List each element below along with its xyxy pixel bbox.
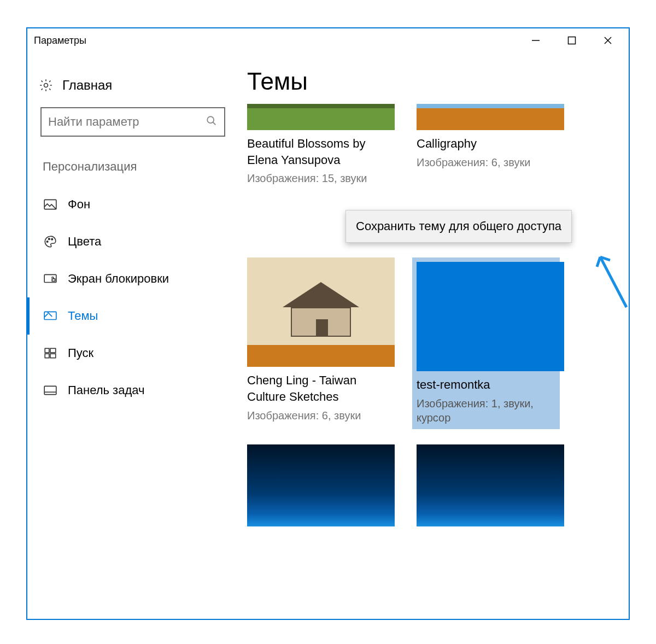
- theme-meta: Изображения: 6, звуки: [417, 155, 564, 169]
- search-box[interactable]: [40, 107, 225, 137]
- content-area: Темы Beautiful Blossoms by Elena Yansupo…: [236, 52, 629, 619]
- themes-icon: [43, 308, 58, 324]
- start-icon: [43, 346, 58, 361]
- theme-card-selected[interactable]: test-remontka Изображения: 1, звуки, кур…: [412, 257, 560, 429]
- theme-thumbnail: [247, 104, 395, 130]
- theme-meta: Изображения: 1, звуки, курсор: [417, 396, 555, 425]
- close-button[interactable]: [599, 32, 617, 49]
- theme-meta: Изображения: 15, звуки: [247, 171, 395, 185]
- theme-card[interactable]: Calligraphy Изображения: 6, звуки: [417, 104, 564, 185]
- svg-rect-12: [52, 279, 55, 281]
- sidebar-item-start[interactable]: Пуск: [36, 335, 230, 372]
- home-label: Главная: [62, 78, 112, 93]
- sidebar-item-label: Фон: [68, 197, 90, 212]
- svg-point-8: [46, 241, 48, 243]
- sidebar-item-label: Экран блокировки: [68, 272, 169, 286]
- context-menu-item-save-theme[interactable]: Сохранить тему для общего доступа: [356, 219, 561, 233]
- svg-point-4: [44, 84, 48, 87]
- svg-rect-18: [44, 386, 56, 394]
- picture-icon: [43, 197, 58, 212]
- sidebar-item-label: Темы: [68, 309, 98, 323]
- sidebar-item-label: Панель задач: [68, 383, 145, 397]
- sidebar-item-colors[interactable]: Цвета: [36, 223, 230, 260]
- titlebar: Параметры: [27, 28, 629, 52]
- theme-meta: Изображения: 6, звуки: [247, 408, 395, 423]
- theme-thumbnail: [417, 262, 564, 371]
- theme-thumbnail: [247, 444, 395, 526]
- svg-point-9: [49, 238, 50, 240]
- theme-thumbnail: [417, 104, 564, 130]
- svg-rect-15: [50, 348, 56, 353]
- theme-name: test-remontka: [417, 377, 555, 393]
- gear-icon: [38, 78, 54, 93]
- theme-card[interactable]: Cheng Ling - Taiwan Culture Sketches Изо…: [247, 257, 395, 425]
- svg-rect-16: [45, 354, 49, 358]
- svg-rect-1: [569, 37, 576, 44]
- theme-card[interactable]: [247, 444, 395, 526]
- maximize-button[interactable]: [563, 32, 581, 49]
- theme-name: Beautiful Blossoms by Elena Yansupova: [247, 136, 395, 168]
- page-title: Темы: [247, 68, 618, 95]
- sidebar-item-lockscreen[interactable]: Экран блокировки: [36, 260, 230, 297]
- theme-card[interactable]: [417, 444, 564, 526]
- sidebar-item-label: Пуск: [68, 346, 93, 360]
- annotation-arrow: [594, 247, 629, 315]
- svg-rect-14: [45, 348, 49, 353]
- svg-point-10: [51, 238, 53, 240]
- theme-thumbnail: [247, 257, 395, 367]
- sidebar-item-themes[interactable]: Темы: [27, 297, 230, 335]
- theme-name: Calligraphy: [417, 136, 564, 152]
- theme-thumbnail: [417, 444, 564, 526]
- svg-point-5: [207, 116, 214, 123]
- theme-name: Cheng Ling - Taiwan Culture Sketches: [247, 372, 395, 405]
- home-nav[interactable]: Главная: [36, 74, 230, 103]
- section-label: Персонализация: [36, 154, 230, 186]
- search-icon: [206, 115, 218, 129]
- sidebar-item-background[interactable]: Фон: [36, 186, 230, 223]
- svg-line-6: [213, 122, 216, 125]
- search-input[interactable]: [48, 115, 206, 129]
- taskbar-icon: [43, 383, 58, 398]
- window-title: Параметры: [34, 35, 86, 46]
- sidebar-item-taskbar[interactable]: Панель задач: [36, 372, 230, 409]
- lockscreen-icon: [43, 271, 58, 286]
- theme-card[interactable]: Beautiful Blossoms by Elena Yansupova Из…: [247, 104, 395, 185]
- minimize-button[interactable]: [527, 32, 544, 49]
- context-menu: Сохранить тему для общего доступа: [345, 210, 572, 243]
- palette-icon: [43, 234, 58, 249]
- sidebar-item-label: Цвета: [68, 235, 101, 249]
- sidebar: Главная Персонализация Фон Цвета: [27, 52, 236, 619]
- svg-rect-17: [50, 354, 56, 358]
